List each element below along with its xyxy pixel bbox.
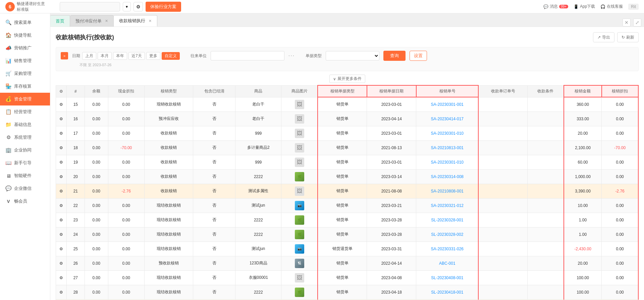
- refresh-button[interactable]: ↻ 刷新: [617, 32, 639, 42]
- cell-product-img: 🖼: [281, 270, 318, 285]
- cell-gear[interactable]: ⚙: [56, 270, 67, 285]
- search-input[interactable]: [60, 2, 120, 11]
- filter-bar: » 日期 上月 本月 本年 近7天 更多 自定义: [56, 47, 639, 71]
- cell-cancel-doc-no[interactable]: SL-20230328-002: [416, 227, 479, 242]
- message-icon: 💬: [543, 4, 548, 9]
- cell-gear[interactable]: ⚙: [56, 184, 67, 198]
- main-table: ⚙ # 余额 现金折扣 核销类型 包含已结清 商品 商品图片 核销单据类型 核销…: [56, 85, 639, 300]
- query-button[interactable]: 查询: [383, 51, 406, 61]
- sidebar-item-search[interactable]: 🔍 搜索菜单: [0, 16, 50, 29]
- cell-cancel-doc-no[interactable]: SA-20230331-026: [416, 242, 479, 256]
- setting-button[interactable]: 设置: [410, 51, 427, 61]
- dropdown-button[interactable]: ▾: [123, 2, 131, 11]
- cell-gear[interactable]: ⚙: [56, 140, 67, 155]
- close-tab-button[interactable]: ✕: [623, 18, 631, 27]
- cell-product-img: 🏗: [281, 256, 318, 270]
- cell-cancel-discount: 0.00: [602, 256, 638, 270]
- cell-cancel-doc-no[interactable]: SL-20230418-001: [416, 285, 479, 299]
- last-month-btn[interactable]: 上月: [82, 52, 96, 60]
- sidebar-item-guide[interactable]: 📖 新手引导: [0, 157, 50, 169]
- settings-gear-button[interactable]: ⚙: [133, 2, 143, 11]
- cell-receipt-order: [478, 198, 527, 213]
- this-month-btn[interactable]: 本月: [98, 52, 112, 60]
- cell-cancel-doc-no[interactable]: SA-20210808-001: [416, 184, 479, 198]
- cell-gear[interactable]: ⚙: [56, 285, 67, 299]
- service-icon: 🎧: [600, 4, 605, 9]
- partner-input[interactable]: [211, 51, 284, 60]
- cell-gear[interactable]: ⚙: [56, 97, 67, 112]
- cell-cancel-doc-no[interactable]: ABC-001: [416, 256, 479, 270]
- cell-no: 16: [67, 112, 85, 126]
- tab-prepay[interactable]: 预付冲应付单 ✕: [70, 15, 114, 27]
- cell-cancel-doc-no[interactable]: SA-20230414-017: [416, 112, 479, 126]
- online-service-button[interactable]: 🎧 在线客服: [600, 4, 623, 9]
- tab-prepay-close[interactable]: ✕: [105, 19, 108, 23]
- tab-collection[interactable]: 收款核销执行 ✕: [114, 15, 157, 27]
- sidebar-item-marketing[interactable]: 📣 营销推广: [0, 42, 50, 54]
- cell-cancel-discount: 0.00: [602, 97, 638, 112]
- cell-receipt-order: [478, 227, 527, 242]
- cell-gear[interactable]: ⚙: [56, 256, 67, 270]
- cell-cancel-amount: 100.00: [564, 285, 602, 299]
- tab-home[interactable]: 首页: [50, 15, 70, 27]
- cell-cancel-doc-no[interactable]: SA-20230321-012: [416, 198, 479, 213]
- custom-date-btn[interactable]: 自定义: [162, 52, 180, 60]
- cell-cancel-doc-no[interactable]: SL-20230408-001: [416, 270, 479, 285]
- cell-gear[interactable]: ⚙: [56, 169, 67, 184]
- col-product: 商品: [235, 85, 281, 97]
- filter-expand-arrow[interactable]: »: [61, 52, 68, 59]
- cell-included: 否: [193, 227, 235, 242]
- expand-tab-button[interactable]: ⤢: [633, 18, 641, 27]
- sidebar-item-basicinfo[interactable]: 📁 基础信息: [0, 118, 50, 131]
- more-date-btn[interactable]: 更多: [146, 52, 160, 60]
- cell-included: 否: [193, 112, 235, 126]
- sidebar-item-system[interactable]: ⚙ 系统管理: [0, 131, 50, 144]
- this-year-btn[interactable]: 本年: [113, 52, 127, 60]
- expand-conditions-button[interactable]: ∨ 展开更多条件: [329, 75, 365, 83]
- cell-gear[interactable]: ⚙: [56, 126, 67, 140]
- industry-solution-button[interactable]: 休验行业方案: [146, 2, 181, 12]
- cell-cancel-type: 现结收款核销: [144, 213, 193, 227]
- col-cancel-doc-no: 核销单号: [416, 85, 479, 97]
- cell-included: 否: [193, 184, 235, 198]
- sidebar-item-enterprise[interactable]: 🏢 企业协同: [0, 144, 50, 157]
- sidebar-item-quicknav[interactable]: 🏠 快捷导航: [0, 29, 50, 42]
- product-image-placeholder: 🖼: [295, 129, 304, 138]
- sidebar-item-finance[interactable]: 💰 资金管理: [0, 93, 50, 105]
- cell-cancel-doc-no[interactable]: SA-20230301-010: [416, 155, 479, 169]
- tab-collection-close[interactable]: ✕: [149, 19, 152, 23]
- export-button[interactable]: ↗ 导出: [593, 32, 614, 42]
- cell-cancel-doc-type: 销货单: [318, 97, 367, 112]
- cell-balance: 0.00: [85, 155, 108, 169]
- cell-cancel-type: 收款核销: [144, 184, 193, 198]
- operations-icon: 📋: [5, 109, 11, 115]
- sidebar-item-vip[interactable]: V 畅会员: [0, 195, 50, 208]
- cell-gear[interactable]: ⚙: [56, 112, 67, 126]
- cell-receipt-condition: [527, 227, 564, 242]
- cell-gear[interactable]: ⚙: [56, 198, 67, 213]
- doc-type-select[interactable]: [326, 51, 379, 60]
- last7days-btn[interactable]: 近7天: [128, 52, 145, 60]
- cell-cancel-doc-no[interactable]: SA-20230314-008: [416, 169, 479, 184]
- sidebar-item-sales[interactable]: 📊 销售管理: [0, 54, 50, 67]
- col-gear[interactable]: ⚙: [56, 85, 67, 97]
- cell-cancel-doc-no[interactable]: SL-20230328-001: [416, 213, 479, 227]
- table-row: ⚙ 19 0.00 0.00 收款核销 否 999 🖼 销货单 2023-03-…: [56, 155, 639, 169]
- cell-cancel-doc-no[interactable]: SA-20230301-010: [416, 126, 479, 140]
- sidebar-item-operations[interactable]: 📋 经营管理: [0, 105, 50, 118]
- cell-gear[interactable]: ⚙: [56, 155, 67, 169]
- cell-gear[interactable]: ⚙: [56, 227, 67, 242]
- date-quick-buttons: 上月 本月 本年 近7天 更多 自定义: [82, 52, 180, 60]
- cell-gear[interactable]: ⚙: [56, 213, 67, 227]
- message-button[interactable]: 💬 消息 99+: [543, 4, 568, 9]
- cell-cash-discount: -70.00: [108, 140, 144, 155]
- cell-cancel-doc-no[interactable]: SA-20210813-001: [416, 140, 479, 155]
- cell-cancel-doc-no[interactable]: SA-20230301-001: [416, 97, 479, 112]
- sidebar-item-purchase[interactable]: 🛒 采购管理: [0, 67, 50, 80]
- cell-cancel-type: 收款核销: [144, 169, 193, 184]
- app-download-button[interactable]: 📱 App下载: [574, 4, 595, 9]
- cell-gear[interactable]: ⚙: [56, 242, 67, 256]
- sidebar-item-inventory[interactable]: 🏪 库存核算: [0, 80, 50, 93]
- sidebar-item-hardware[interactable]: 🖥 智能硬件: [0, 169, 50, 182]
- sidebar-item-wechat[interactable]: 💬 企业微信: [0, 182, 50, 195]
